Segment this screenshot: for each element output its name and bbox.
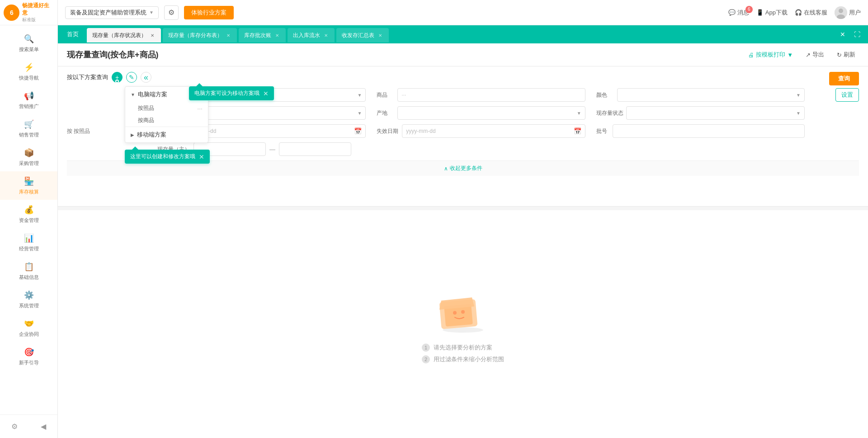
sidebar-item-basic-info[interactable]: 📋 基础信息 (0, 257, 57, 285)
edit-scheme-button[interactable]: ✎ (126, 72, 137, 83)
empty-state: 1 请先选择要分析的方案 2 用过滤条件来缩小分析范围 (58, 210, 868, 438)
message-icon: 💬 (728, 9, 736, 16)
filter-row-3: 按 按照品 生产日期 yyyy-mm-dd 📅 失效日期 yyyy-mm-dd (157, 124, 805, 138)
back-icon: « (144, 73, 148, 82)
field-origin: 产地 ▼ (377, 106, 585, 120)
sidebar-item-system[interactable]: ⚙️ 系统管理 (0, 285, 57, 314)
search-icon: 🔍 (24, 33, 34, 44)
close-tab-icon[interactable]: ✕ (225, 32, 231, 38)
inventory-icon: 🏪 (24, 176, 34, 187)
svg-point-3 (839, 9, 843, 13)
expire-date-input[interactable]: yyyy-mm-dd 📅 (402, 124, 585, 138)
app-download-button[interactable]: 📱 App下载 (756, 9, 788, 17)
avatar (835, 6, 847, 19)
svg-point-8 (453, 311, 457, 315)
page-actions: 🖨 按模板打印 ▼ ↗ 导出 ↻ 刷新 (745, 49, 859, 61)
inventory-main-to[interactable] (279, 142, 351, 156)
page-header: 现存量查询(按仓库+商品) 🖨 按模板打印 ▼ ↗ 导出 ↻ 刷新 (58, 43, 868, 66)
add-scheme-button[interactable]: + (112, 72, 123, 83)
logo-icon: 6 (4, 5, 19, 21)
chevron-down-icon: ▼ (149, 10, 154, 15)
finance-icon: 💰 (24, 204, 34, 215)
print-button[interactable]: 🖨 按模板打印 ▼ (745, 49, 797, 61)
sidebar-item-marketing[interactable]: 📢 营销推广 (0, 86, 57, 114)
user-menu-button[interactable]: 用户 (835, 6, 861, 19)
search-button[interactable]: 查询 (829, 72, 859, 85)
scheme-sub-label: 按 按照品 (67, 124, 90, 138)
enterprise-icon: 🤝 (24, 318, 34, 329)
tab-in-out-flow[interactable]: 出入库流水 ✕ (288, 28, 335, 42)
collapse-sidebar-button[interactable]: ◀ (37, 420, 50, 433)
export-icon: ↗ (806, 52, 811, 58)
chevron-up-icon: ∧ (444, 165, 448, 172)
headset-icon: 🎧 (795, 9, 802, 16)
sidebar-item-enterprise[interactable]: 🤝 企业协同 (0, 314, 57, 342)
tab-inventory-batch[interactable]: 库存批次账 ✕ (239, 28, 286, 42)
tab-inventory-dist[interactable]: 现存量（库存分布表） ✕ (163, 28, 237, 42)
sidebar-item-sales[interactable]: 🛒 销售管理 (0, 114, 57, 143)
produce-date-input[interactable]: yyyy-mm-dd 📅 (183, 124, 366, 138)
tab-receive-send[interactable]: 收发存汇总表 ✕ (336, 28, 389, 42)
chevron-down-icon: ▼ (357, 93, 362, 98)
message-button[interactable]: 💬 消息 6 (728, 9, 749, 17)
export-button[interactable]: ↗ 导出 (802, 49, 828, 61)
scheme-item-按照品[interactable]: 按照品 ··· (125, 102, 208, 114)
scheme-item-按商品[interactable]: 按商品 (125, 114, 208, 127)
filter-panel: 查询 设置 按以下方案查询 + ✎ « (58, 66, 868, 207)
tab-inventory-status[interactable]: 现存量（库存状况表） ✕ (87, 28, 161, 42)
origin-select[interactable]: ▼ (397, 106, 585, 120)
goods-input[interactable]: ··· (397, 88, 585, 102)
refresh-button[interactable]: ↻ 刷新 (833, 49, 859, 61)
empty-tip-1: 1 请先选择要分析的方案 (422, 344, 504, 352)
tooltip-pc-to-mobile: 电脑方案可设为移动方案哦 ✕ (189, 86, 274, 100)
sidebar-item-inventory[interactable]: 🏪 库存核算 (0, 171, 57, 200)
sidebar-bottom: ⚙ ◀ (0, 414, 57, 438)
calendar-icon: 📅 (354, 127, 362, 135)
close-tab-icon[interactable]: ✕ (274, 32, 280, 38)
color-select[interactable]: ▼ (617, 88, 805, 102)
mobile-scheme-section[interactable]: ▶ 移动端方案 (125, 127, 208, 142)
svg-text:6: 6 (10, 9, 14, 16)
tab-home[interactable]: 首页 (60, 25, 86, 43)
reset-button[interactable]: 设置 (835, 88, 859, 102)
sidebar: 6 畅捷通好生意 标准版 🔍 搜索菜单 ⚡ 快捷导航 📢 营销推广 🛒 销售管理… (0, 0, 58, 438)
tabbar: 首页 现存量（库存状况表） ✕ 现存量（库存分布表） ✕ 库存批次账 ✕ 出入库… (58, 25, 868, 43)
topbar-right: 💬 消息 6 📱 App下载 🎧 在线客服 (728, 6, 861, 19)
system-icon: ⚙️ (24, 290, 34, 301)
guide-icon: 🎯 (24, 347, 34, 358)
field-goods: 商品 ··· (377, 88, 585, 102)
gear-button[interactable]: ⚙ (164, 5, 179, 20)
field-inventory-status: 现存量状态 ▼ (596, 106, 805, 120)
sidebar-item-search[interactable]: 🔍 搜索菜单 (0, 29, 57, 57)
operations-icon: 📊 (24, 233, 34, 244)
online-support-button[interactable]: 🎧 在线客服 (795, 9, 827, 17)
inventory-status-select[interactable]: ▼ (626, 106, 805, 120)
sidebar-item-quick-nav[interactable]: ⚡ 快捷导航 (0, 57, 57, 86)
close-tooltip1-button[interactable]: ✕ (263, 90, 269, 97)
more-icon[interactable]: ··· (197, 105, 203, 112)
trial-button[interactable]: 体验行业方案 (184, 6, 234, 19)
filter-row-2: 尺码 ▼ 产地 ▼ 现存量状态 (157, 106, 805, 120)
edit-icon: ✎ (129, 74, 134, 81)
lightning-icon: ⚡ (24, 62, 34, 73)
refresh-icon: ↻ (837, 52, 842, 58)
close-all-tabs-button[interactable]: ✕ (837, 29, 848, 40)
sidebar-item-guide[interactable]: 🎯 新手引导 (0, 342, 57, 371)
settings-button[interactable]: ⚙ (8, 420, 21, 433)
close-tab-icon[interactable]: ✕ (149, 32, 156, 38)
close-tab-icon[interactable]: ✕ (377, 32, 383, 38)
calendar-icon: 📅 (574, 127, 581, 135)
basic-info-icon: 📋 (24, 261, 34, 272)
system-selector[interactable]: 装备及固定资产辅助管理系统 ▼ (65, 6, 159, 19)
batch-input[interactable] (613, 124, 805, 138)
phone-icon: 📱 (756, 9, 764, 16)
sidebar-item-operations[interactable]: 📊 经营管理 (0, 228, 57, 257)
back-button[interactable]: « (141, 72, 151, 83)
content: 现存量查询(按仓库+商品) 🖨 按模板打印 ▼ ↗ 导出 ↻ 刷新 (58, 43, 868, 438)
sidebar-item-purchase[interactable]: 📦 采购管理 (0, 143, 57, 171)
close-tooltip2-button[interactable]: ✕ (199, 153, 204, 160)
close-tab-icon[interactable]: ✕ (323, 32, 329, 38)
expand-button[interactable]: ⛶ (852, 29, 863, 40)
empty-illustration (431, 285, 495, 334)
sidebar-item-finance[interactable]: 💰 资金管理 (0, 200, 57, 228)
